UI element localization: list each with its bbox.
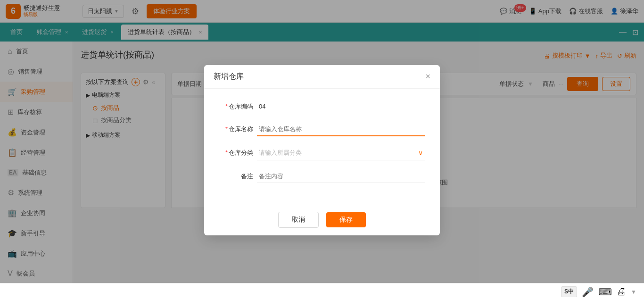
dialog-header: 新增仓库 × <box>204 65 440 89</box>
warehouse-note-input[interactable] <box>257 170 425 183</box>
warehouse-code-input[interactable] <box>257 100 425 113</box>
warehouse-category-row: 仓库分类 请输入所属分类 ∨ <box>219 146 425 160</box>
new-warehouse-dialog: 新增仓库 × 仓库编码 仓库名称 仓库分类 请输入所属分类 ∨ <box>204 65 440 235</box>
warehouse-note-row: 备注 <box>219 170 425 183</box>
bottom-arrow-icon[interactable]: ▼ <box>631 289 636 295</box>
dialog-footer: 取消 保存 <box>204 204 440 235</box>
code-label: 仓库编码 <box>219 102 257 111</box>
print-bottom-icon[interactable]: 🖨 <box>617 286 626 297</box>
modal-overlay[interactable]: 新增仓库 × 仓库编码 仓库名称 仓库分类 请输入所属分类 ∨ <box>0 0 644 300</box>
sougou-icon[interactable]: S中 <box>561 286 577 297</box>
cancel-button[interactable]: 取消 <box>278 212 319 228</box>
dialog-body: 仓库编码 仓库名称 仓库分类 请输入所属分类 ∨ 备注 <box>204 89 440 204</box>
warehouse-name-input[interactable] <box>257 123 425 136</box>
name-label: 仓库名称 <box>219 125 257 133</box>
chevron-down-icon: ∨ <box>418 149 423 157</box>
save-button[interactable]: 保存 <box>326 212 366 227</box>
warehouse-code-row: 仓库编码 <box>219 100 425 113</box>
warehouse-name-row: 仓库名称 <box>219 123 425 136</box>
category-select[interactable]: 请输入所属分类 ∨ <box>257 146 425 160</box>
category-placeholder: 请输入所属分类 <box>259 149 418 157</box>
category-label: 仓库分类 <box>219 149 257 157</box>
dialog-close-button[interactable]: × <box>425 72 430 82</box>
note-label: 备注 <box>219 172 257 181</box>
keyboard-icon[interactable]: ⌨ <box>598 286 612 298</box>
microphone-icon[interactable]: 🎤 <box>582 286 594 298</box>
dialog-title: 新增仓库 <box>214 72 244 82</box>
bottom-bar: S中 🎤 ⌨ 🖨 ▼ <box>0 283 644 300</box>
